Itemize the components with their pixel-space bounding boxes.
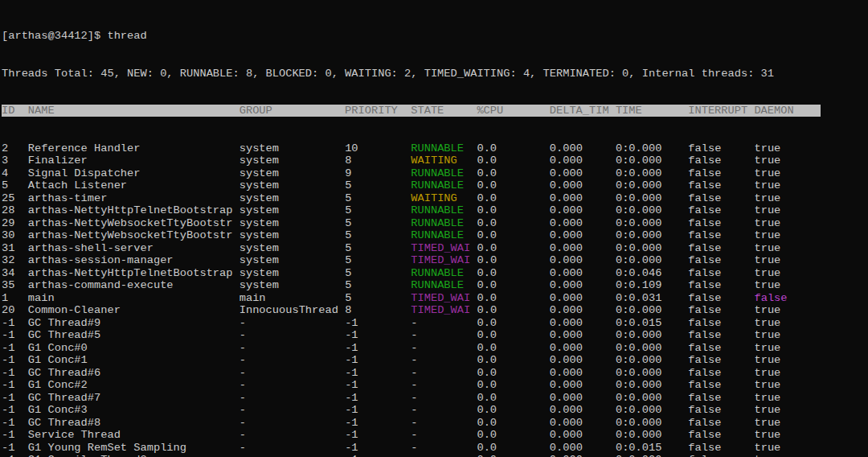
thread-state: RUNNABLE <box>411 142 464 154</box>
table-row: -1 C1 CompilerThread3 - -1 - 0.0 0.000 0… <box>2 454 868 457</box>
table-row: 30 arthas-NettyWebsocketTtyBootstr syste… <box>2 229 868 242</box>
table-row: 20 Common-Cleaner InnocuousThread 8 TIME… <box>2 304 868 317</box>
table-row: 3 Finalizer system 8 WAITING 0.0 0.000 0… <box>2 154 868 167</box>
thread-state: RUNNABLE <box>411 267 464 279</box>
table-row: -1 GC Thread#6 - -1 - 0.0 0.000 0:0.000 … <box>2 367 868 380</box>
table-row: -1 GC Thread#9 - -1 - 0.0 0.000 0:0.015 … <box>2 317 868 330</box>
table-row: 5 Attach Listener system 5 RUNNABLE 0.0 … <box>2 179 868 192</box>
thread-state: WAITING <box>411 154 457 167</box>
table-row: 25 arthas-timer system 5 WAITING 0.0 0.0… <box>2 192 868 205</box>
thread-table: 2 Reference Handler system 10 RUNNABLE 0… <box>2 142 868 457</box>
thread-state: RUNNABLE <box>411 204 464 216</box>
thread-state: TIMED_WAI <box>411 242 470 254</box>
table-row: 31 arthas-shell-server system 5 TIMED_WA… <box>2 242 868 255</box>
table-row: 29 arthas-NettyWebsocketTtyBootstr syste… <box>2 217 868 230</box>
thread-state: RUNNABLE <box>411 167 464 179</box>
table-row: -1 GC Thread#5 - -1 - 0.0 0.000 0:0.000 … <box>2 329 868 342</box>
thread-state: RUNNABLE <box>411 229 464 241</box>
table-row: 1 main main 5 TIMED_WAI 0.0 0.000 0:0.03… <box>2 292 868 305</box>
thread-state: TIMED_WAI <box>411 304 470 316</box>
thread-state: RUNNABLE <box>411 217 464 229</box>
thread-state: TIMED_WAI <box>411 292 470 304</box>
terminal-window[interactable]: [arthas@34412]$thread Threads Total: 45,… <box>0 0 868 457</box>
thread-state: WAITING <box>411 192 457 204</box>
table-row: -1 GC Thread#7 - -1 - 0.0 0.000 0:0.000 … <box>2 392 868 405</box>
table-row: 32 arthas-session-manager system 5 TIMED… <box>2 254 868 267</box>
table-row: -1 G1 Conc#3 - -1 - 0.0 0.000 0:0.000 fa… <box>2 404 868 417</box>
table-row: -1 Service Thread - -1 - 0.0 0.000 0:0.0… <box>2 429 868 442</box>
daemon-flag: false <box>754 292 787 304</box>
table-header: ID NAME GROUP PRIORITY STATE %CPU DELTA_… <box>2 105 868 117</box>
command-line: [arthas@34412]$thread <box>2 30 868 43</box>
table-row: -1 G1 Young RemSet Sampling - -1 - 0.0 0… <box>2 442 868 455</box>
thread-state: RUNNABLE <box>411 179 464 191</box>
table-row: -1 G1 Conc#2 - -1 - 0.0 0.000 0:0.000 fa… <box>2 379 868 392</box>
table-row: 4 Signal Dispatcher system 9 RUNNABLE 0.… <box>2 167 868 180</box>
summary-line: Threads Total: 45, NEW: 0, RUNNABLE: 8, … <box>2 68 868 80</box>
command-text: thread <box>100 30 147 42</box>
table-row: -1 G1 Conc#0 - -1 - 0.0 0.000 0:0.000 fa… <box>2 342 868 355</box>
table-row: -1 G1 Conc#1 - -1 - 0.0 0.000 0:0.000 fa… <box>2 354 868 367</box>
table-row: 34 arthas-NettyHttpTelnetBootstrap syste… <box>2 267 868 280</box>
table-row: 35 arthas-command-execute system 5 RUNNA… <box>2 279 868 292</box>
table-row: 28 arthas-NettyHttpTelnetBootstrap syste… <box>2 204 868 217</box>
prompt: [arthas@34412]$ <box>2 30 100 42</box>
table-row: -1 GC Thread#8 - -1 - 0.0 0.000 0:0.000 … <box>2 417 868 430</box>
thread-state: RUNNABLE <box>411 279 464 291</box>
thread-state: TIMED_WAI <box>411 254 470 266</box>
table-row: 2 Reference Handler system 10 RUNNABLE 0… <box>2 142 868 155</box>
table-header-text: ID NAME GROUP PRIORITY STATE %CPU DELTA_… <box>2 105 821 117</box>
